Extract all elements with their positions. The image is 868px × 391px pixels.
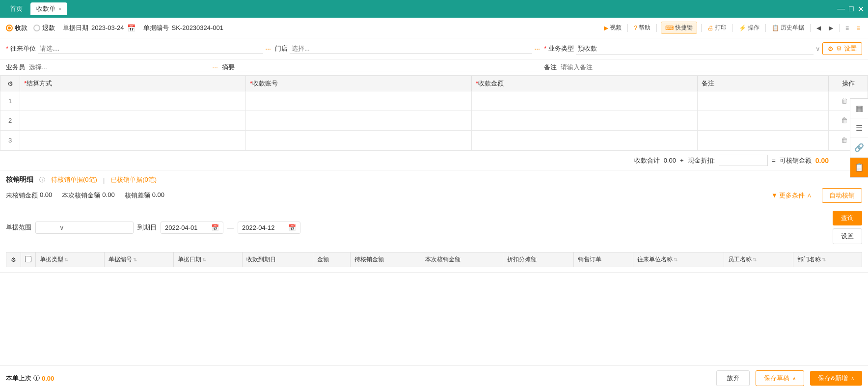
setup-button[interactable]: ⚙ ⚙ 设置 xyxy=(822,42,862,55)
toolbar-right-buttons: ▶ 视频 ? 帮助 ⌨ 快捷键 🖨 打印 ⚡ 操作 xyxy=(602,22,862,34)
operation-button[interactable]: ⚡ 操作 xyxy=(737,23,761,33)
layout-button[interactable]: ≡ xyxy=(843,24,851,32)
done-hexiao-tab[interactable]: 已核销单据(0笔) xyxy=(110,175,157,184)
table-settings-icon[interactable]: ⚙ xyxy=(7,80,13,87)
secondary-table-settings-icon[interactable]: ⚙ xyxy=(11,256,16,263)
help-button[interactable]: ? 帮助 xyxy=(632,23,652,33)
footer-info-icon[interactable]: ⓘ xyxy=(33,374,40,383)
biz-type-arrow-icon[interactable]: ∨ xyxy=(815,45,820,53)
next-nav-button[interactable]: ▶ xyxy=(827,24,835,32)
receipts-table-section: ⚙ *结算方式 *收款账号 *收款金额 备注 操作 xyxy=(0,76,868,170)
end-date-calendar-icon[interactable]: 📅 xyxy=(288,224,296,231)
home-tab[interactable]: 首页 xyxy=(4,2,28,15)
print-button[interactable]: 🖨 打印 xyxy=(705,23,729,33)
col-dept-name-header: 部门名称⇅ xyxy=(793,252,862,267)
row-num-3: 3 xyxy=(0,131,20,150)
right-panel-icon-1[interactable]: ▦ xyxy=(850,99,868,118)
col-sales-order-header: 销售订单 xyxy=(573,252,633,267)
col-bill-type-header: 单据类型⇅ xyxy=(36,252,105,267)
remark-input[interactable] xyxy=(559,62,862,72)
delete-row-3-icon[interactable]: 🗑 xyxy=(841,136,848,144)
more-conditions-icon[interactable]: ▼ 更多条件 ∧ xyxy=(771,191,812,200)
col-bill-date-header: 单据日期⇅ xyxy=(173,252,242,267)
amount-cell-2[interactable] xyxy=(471,111,697,131)
store-input[interactable] xyxy=(290,44,532,54)
save-draft-button[interactable]: 保存草稿 ∧ xyxy=(756,370,804,386)
right-panel-icon-2[interactable]: ☰ xyxy=(850,118,868,138)
form-row-2: 业务员 ··· 摘要 备注 xyxy=(0,59,868,76)
account-cell-2[interactable] xyxy=(245,111,471,131)
shortcut-button[interactable]: ⌨ 快捷键 xyxy=(661,22,697,34)
hexiao-section: 核销明细 ⓘ 待核销单据(0笔) | 已核销单据(0笔) 未核销金额 0.00 … xyxy=(0,170,868,273)
account-cell-1[interactable] xyxy=(245,91,471,111)
query-button[interactable]: 查询 xyxy=(833,211,862,225)
remark-cell-2[interactable] xyxy=(697,111,828,131)
close-tab-icon[interactable]: × xyxy=(58,6,61,12)
table-row: 1 🗑 ⧉ xyxy=(0,91,868,111)
summary-input[interactable] xyxy=(237,62,540,72)
auto-hexiao-button[interactable]: 自动核销 xyxy=(822,188,862,203)
settlement-cell-1[interactable] xyxy=(20,91,246,111)
company-input[interactable] xyxy=(38,44,264,54)
active-tab[interactable]: 收款单 × xyxy=(30,2,67,15)
prev-nav-button[interactable]: ◀ xyxy=(814,24,823,32)
biz-type-field: 业务类型 预收款 ∨ ⚙ ⚙ 设置 xyxy=(544,42,862,55)
staff-more-icon[interactable]: ··· xyxy=(212,63,218,71)
video-button[interactable]: ▶ 视频 xyxy=(602,23,624,33)
save-new-button[interactable]: 保存&新增 ∧ xyxy=(810,371,862,386)
number-field: 单据编号 SK-20230324-001 xyxy=(143,24,224,32)
main-content: 收款 退款 单据日期 2023-03-24 📅 单据编号 SK-20230324… xyxy=(0,18,868,391)
amount-cell-1[interactable] xyxy=(471,91,697,111)
col-account-header: *收款账号 xyxy=(245,76,471,91)
right-panel-icon-4[interactable]: 📋 xyxy=(850,158,868,177)
receipt-radio[interactable]: 收款 xyxy=(6,24,27,32)
store-more-icon[interactable]: ··· xyxy=(534,45,540,53)
end-date-input[interactable] xyxy=(242,224,286,231)
amount-cell-3[interactable] xyxy=(471,131,697,150)
date-calendar-icon[interactable]: 📅 xyxy=(127,24,136,32)
col-bill-number-header: 单据编号⇅ xyxy=(105,252,173,267)
window-close-button[interactable]: ✕ xyxy=(858,4,864,14)
receipts-table: ⚙ *结算方式 *收款账号 *收款金额 备注 操作 xyxy=(0,76,868,150)
delete-row-1-icon[interactable]: 🗑 xyxy=(841,97,848,105)
settlement-cell-3[interactable] xyxy=(20,131,246,150)
settlement-cell-2[interactable] xyxy=(20,111,246,131)
start-date-input[interactable] xyxy=(165,224,209,231)
staff-input[interactable] xyxy=(27,62,210,72)
col-staff-name-header: 员工名称⇅ xyxy=(724,252,793,267)
select-all-checkbox[interactable] xyxy=(25,256,31,262)
total-row: 收款合计 0.00 + 现金折扣: = 可核销金额 0.00 xyxy=(0,150,868,170)
remark-field: 备注 xyxy=(544,62,862,72)
col-company-name-header: 往来单位名称⇅ xyxy=(633,252,724,267)
range-dropdown-arrow: ∨ xyxy=(59,224,64,231)
range-select-dropdown[interactable]: ∨ xyxy=(35,222,134,234)
hexiao-info-icon[interactable]: ⓘ xyxy=(39,176,45,184)
save-new-chevron: ∧ xyxy=(851,376,854,381)
right-panel-icon-3[interactable]: 🔗 xyxy=(850,138,868,158)
table-row: 2 🗑 ⧉ xyxy=(0,111,868,131)
bottom-footer: 本单上次 ⓘ 0.00 放弃 保存草稿 ∧ 保存&新增 ∧ xyxy=(0,365,868,391)
start-date-calendar-icon[interactable]: 📅 xyxy=(211,224,219,231)
account-cell-3[interactable] xyxy=(245,131,471,150)
col-remark-header: 备注 xyxy=(697,76,828,91)
remark-cell-1[interactable] xyxy=(697,91,828,111)
abandon-button[interactable]: 放弃 xyxy=(716,370,750,386)
secondary-settings-button[interactable]: 设置 xyxy=(833,228,862,244)
store-field: 门店 ··· xyxy=(275,44,540,54)
refund-radio-dot xyxy=(33,25,40,31)
window-controls: — □ ✕ xyxy=(837,4,864,14)
table-row: 3 🗑 ⧉ xyxy=(0,131,868,150)
history-button[interactable]: 📋 历史单据 xyxy=(770,23,806,33)
delete-row-2-icon[interactable]: 🗑 xyxy=(841,116,848,125)
discount-input[interactable] xyxy=(719,155,768,166)
company-more-icon[interactable]: ··· xyxy=(265,45,271,53)
remark-cell-3[interactable] xyxy=(697,131,828,150)
pending-hexiao-tab[interactable]: 待核销单据(0笔) xyxy=(51,175,97,184)
more-layout-button[interactable]: ≡ xyxy=(855,24,862,32)
receipt-radio-dot xyxy=(6,25,13,31)
refund-radio[interactable]: 退款 xyxy=(33,24,55,32)
biz-type-value: 预收款 xyxy=(576,43,814,55)
window-max-button[interactable]: □ xyxy=(849,4,854,13)
receipts-table-wrapper: ⚙ *结算方式 *收款账号 *收款金额 备注 操作 xyxy=(0,76,868,150)
window-min-button[interactable]: — xyxy=(837,4,845,13)
